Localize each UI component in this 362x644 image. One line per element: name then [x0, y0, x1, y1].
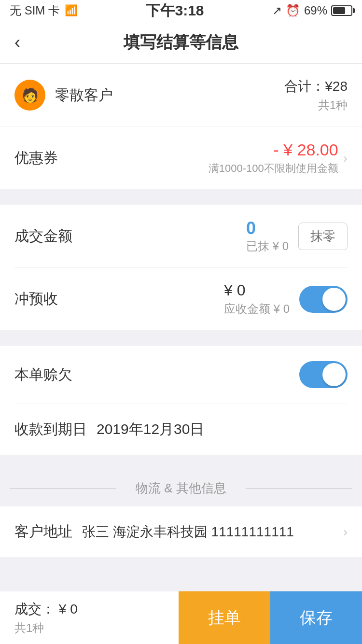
back-button[interactable]: ‹: [14, 32, 20, 53]
prepayment-toggle[interactable]: [299, 286, 348, 313]
prepayment-row: 冲预收 ¥ 0 应收金额 ¥ 0: [14, 268, 348, 330]
toggle-knob: [322, 288, 346, 311]
debt-row: 本单赊欠: [14, 346, 348, 404]
logistics-divider-left: [10, 488, 116, 489]
coupon-right: - ¥ 28.00 满1000-100不限制使用金额 ›: [209, 140, 348, 176]
section-divider-3: [0, 462, 362, 470]
prepayment-description: 应收金额 ¥ 0: [224, 301, 290, 317]
hangup-button[interactable]: 挂单: [179, 591, 270, 644]
prepayment-label: 冲预收: [14, 291, 58, 307]
customer-right: 合计：¥28 共1种: [284, 77, 348, 113]
section-divider-1: [0, 197, 362, 205]
customer-row: 🧑 零散客户 合计：¥28 共1种: [0, 64, 362, 126]
nav-bar: ‹ 填写结算等信息: [0, 21, 362, 64]
debt-section: 本单赊欠 收款到期日 2019年12月30日: [0, 346, 362, 455]
logistics-label: 物流 & 其他信息: [126, 480, 236, 497]
transaction-row: 成交金额 0 已抹 ¥ 0 抹零: [14, 205, 348, 268]
customer-left: 🧑 零散客户: [14, 80, 113, 111]
debt-toggle-knob: [322, 363, 346, 386]
bottom-transaction-value: ¥ 0: [59, 602, 78, 616]
coupon-label: 优惠券: [14, 148, 58, 168]
carrier-label: 无 SIM 卡: [10, 3, 60, 18]
coupon-amount: - ¥ 28.00: [209, 140, 338, 159]
transaction-right: 0 已抹 ¥ 0 抹零: [246, 218, 348, 254]
bottom-bar: 成交： ¥ 0 共1种 挂单 保存: [0, 591, 362, 644]
prepayment-amount: ¥ 0: [224, 281, 290, 299]
address-value: 张三 海淀永丰科技园 11111111111: [82, 523, 343, 541]
page-title: 填写结算等信息: [124, 31, 238, 54]
due-date-label: 收款到期日: [14, 420, 87, 439]
transaction-label: 成交金额: [14, 226, 72, 246]
status-right: ↗ ⏰ 69%: [272, 4, 352, 17]
customer-section: 🧑 零散客户 合计：¥28 共1种 优惠券 - ¥ 28.00 满1000-10…: [0, 64, 362, 189]
debt-label: 本单赊欠: [14, 365, 72, 385]
debt-toggle[interactable]: [299, 361, 348, 388]
battery-label: 69%: [304, 4, 327, 17]
address-row[interactable]: 客户地址 张三 海淀永丰科技园 11111111111 ›: [14, 506, 348, 557]
bottom-count: 共1种: [14, 620, 164, 636]
coupon-description: 满1000-100不限制使用金额: [209, 161, 338, 176]
prepayment-left: 冲预收: [14, 289, 58, 309]
location-icon: ↗: [272, 4, 282, 17]
transaction-value: 0: [246, 218, 289, 238]
address-chevron-icon: ›: [343, 524, 348, 540]
coupon-row[interactable]: 优惠券 - ¥ 28.00 满1000-100不限制使用金额 ›: [0, 126, 362, 189]
address-label: 客户地址: [14, 522, 72, 542]
round-button[interactable]: 抹零: [298, 223, 348, 250]
status-time: 下午3:18: [146, 1, 204, 21]
wifi-icon: 📶: [65, 4, 78, 17]
transaction-section: 成交金额 0 已抹 ¥ 0 抹零 冲预收 ¥ 0 应收金额 ¥ 0: [0, 205, 362, 330]
chevron-right-icon: ›: [343, 151, 348, 166]
due-date-value: 2019年12月30日: [97, 420, 204, 439]
total-count: 共1种: [284, 98, 348, 113]
status-bar: 无 SIM 卡 📶 下午3:18 ↗ ⏰ 69%: [0, 0, 362, 21]
already-rounded: 已抹 ¥ 0: [246, 238, 289, 254]
address-section: 客户地址 张三 海淀永丰科技园 11111111111 ›: [0, 506, 362, 557]
bottom-info: 成交： ¥ 0 共1种: [0, 600, 179, 636]
total-amount: 合计：¥28: [284, 77, 348, 96]
prepayment-right: ¥ 0 应收金额 ¥ 0: [224, 281, 348, 317]
alarm-icon: ⏰: [286, 4, 300, 17]
avatar: 🧑: [14, 80, 45, 111]
battery-fill: [333, 7, 345, 14]
customer-name: 零散客户: [55, 85, 113, 105]
logistics-divider-right: [246, 488, 352, 489]
battery-icon: [331, 5, 352, 16]
section-divider-2: [0, 338, 362, 346]
coupon-right-wrap: - ¥ 28.00 满1000-100不限制使用金额: [209, 140, 338, 176]
logistics-section: 物流 & 其他信息: [0, 470, 362, 506]
status-left: 无 SIM 卡 📶: [10, 3, 78, 18]
avatar-icon: 🧑: [22, 87, 39, 103]
bottom-transaction: 成交： ¥ 0: [14, 600, 164, 618]
due-date-row: 收款到期日 2019年12月30日: [14, 404, 348, 455]
prepayment-values: ¥ 0 应收金额 ¥ 0: [224, 281, 290, 317]
save-button[interactable]: 保存: [270, 591, 362, 644]
bottom-transaction-label: 成交：: [14, 602, 55, 616]
